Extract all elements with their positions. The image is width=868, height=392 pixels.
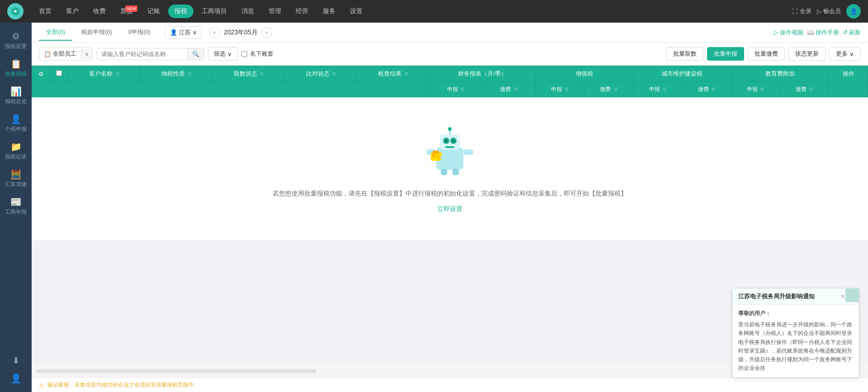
tab-all-count: (0) xyxy=(58,29,65,35)
nav-business[interactable]: 工商项目 xyxy=(195,5,233,18)
svg-point-16 xyxy=(439,153,443,156)
notification-corner-decoration xyxy=(845,288,859,302)
batch-pay-button[interactable]: 批量缴费 xyxy=(748,47,785,61)
member-btn[interactable]: ▷ 畅会员 xyxy=(817,7,841,15)
toolbar: 📋 全部员工 ∨ 🔍 筛选 ∨ 名下账套 批量取数 批量申报 批量缴费 xyxy=(32,43,868,66)
svg-point-5 xyxy=(445,139,448,142)
top-navigation: 首页 客户 收费 票据 NEW 记账 报税 工商项目 消息 管理 经营 服务 设… xyxy=(0,0,868,23)
operation-manual-btn[interactable]: 📖 操作手册 xyxy=(807,29,839,37)
settings-header[interactable]: ⚙ xyxy=(32,66,50,82)
nav-service[interactable]: 服务 xyxy=(316,5,342,18)
batch-fetch-button[interactable]: 批量取数 xyxy=(666,47,703,61)
notification-content: 受当前电子税务局进一步升级的影响，同一个政务网账号（办税人）名下的企业不能再同时… xyxy=(738,320,853,373)
province-selector[interactable]: 👤 江苏 ∨ xyxy=(165,26,202,39)
urban-declare-sort-icon[interactable]: ▽ xyxy=(663,87,666,92)
vat-declare-header: 申报 ▽ xyxy=(535,82,584,97)
nav-operation[interactable]: 经营 xyxy=(289,5,315,18)
sidebar-item-batch-tax[interactable]: 📋 批量报税 xyxy=(0,55,32,82)
sidebar-item-annual-report[interactable]: 📰 工商年报 xyxy=(0,193,32,220)
sidebar-label-settlement: 汇算清缴 xyxy=(5,181,27,188)
sidebar-label-tax-records: 报税记录 xyxy=(5,153,27,161)
nav-invoice[interactable]: 票据 NEW xyxy=(114,5,139,18)
sidebar-item-tax-summary[interactable]: 📊 报税总览 xyxy=(0,82,32,110)
nav-accounting[interactable]: 记账 xyxy=(141,5,166,18)
edu-pay-sort-icon[interactable]: ▽ xyxy=(810,87,813,92)
more-button[interactable]: 更多 ∨ xyxy=(829,47,861,61)
compare-status-sort-icon[interactable]: ▽ xyxy=(332,72,336,76)
financial-declare-header: 申报 ▽ xyxy=(429,82,482,97)
sidebar: ⚙ 报税设置 📋 批量报税 📊 报税总览 👤 个税申报 📁 报税记录 🧮 汇算清… xyxy=(0,23,32,392)
prev-month-button[interactable]: ‹ xyxy=(209,27,220,38)
next-month-button[interactable]: › xyxy=(261,27,272,38)
svg-rect-11 xyxy=(463,149,473,155)
bottom-bar: ⚠ 验证账密、采集信息均成功的企业才会流转至批量报税页面中 xyxy=(32,378,868,392)
app-logo[interactable] xyxy=(7,3,24,19)
nav-management[interactable]: 管理 xyxy=(262,5,288,18)
fetch-status-header: 取数状态 ▽ xyxy=(212,66,285,82)
batch-declare-button[interactable]: 批量申报 xyxy=(707,47,744,61)
sidebar-item-user-setting[interactable]: 👤 xyxy=(0,369,32,387)
province-label: 江苏 xyxy=(179,29,191,37)
sidebar-item-download[interactable]: ⬇ xyxy=(0,351,32,369)
tab-bar: 全部(0) 税款申报(0) 0申报(0) 👤 江苏 ∨ ‹ 2023年05月 › xyxy=(32,23,868,43)
horizontal-scrollbar[interactable] xyxy=(36,369,316,373)
vat-declare-sort-icon[interactable]: ▽ xyxy=(565,87,569,92)
nav-home[interactable]: 首页 xyxy=(33,5,58,18)
financial-declare-sort-icon[interactable]: ▽ xyxy=(461,87,464,92)
operation-video-btn[interactable]: ▷ 操作视频 xyxy=(774,29,803,37)
refresh-btn[interactable]: ↺ 刷新 xyxy=(843,29,861,37)
sidebar-item-personal-tax[interactable]: 👤 个税申报 xyxy=(0,110,32,138)
empty-sub-header xyxy=(32,82,429,97)
sidebar-item-tax-settings[interactable]: ⚙ 报税设置 xyxy=(0,27,32,55)
fetch-status-sort-icon[interactable]: ▽ xyxy=(260,72,264,76)
svg-rect-9 xyxy=(445,146,454,148)
svg-point-8 xyxy=(448,127,452,131)
month-display: 2023年05月 xyxy=(224,29,258,37)
setup-link[interactable]: 立即设置 xyxy=(437,205,462,213)
employee-filter-arrow[interactable]: ∨ xyxy=(81,49,92,59)
search-button[interactable]: 🔍 xyxy=(187,48,204,60)
sidebar-item-settlement[interactable]: 🧮 汇算清缴 xyxy=(0,165,32,193)
nav-collection[interactable]: 收费 xyxy=(87,5,112,18)
sidebar-label-personal-tax: 个税申报 xyxy=(5,125,27,133)
employee-filter-label[interactable]: 📋 全部员工 xyxy=(39,48,81,60)
tab-all[interactable]: 全部(0) xyxy=(39,24,72,41)
urban-pay-sort-icon[interactable]: ▽ xyxy=(712,87,715,92)
vat-pay-sort-icon[interactable]: ▽ xyxy=(614,87,618,92)
nav-settings[interactable]: 设置 xyxy=(344,5,369,18)
search-input[interactable] xyxy=(97,48,187,60)
checkbox-label[interactable]: 名下账套 xyxy=(241,50,274,58)
operation-header: 操作 xyxy=(829,66,868,82)
employee-filter[interactable]: 📋 全部员工 ∨ xyxy=(39,47,93,61)
sidebar-label-annual-report: 工商年报 xyxy=(5,208,27,216)
compare-status-header: 比对状态 ▽ xyxy=(285,66,357,82)
video-icon: ▷ xyxy=(774,29,778,36)
province-icon: 👤 xyxy=(170,29,177,36)
month-navigation: ‹ 2023年05月 › xyxy=(209,27,272,38)
fullscreen-btn[interactable]: ⛶ 全屏 xyxy=(792,7,811,15)
nav-message[interactable]: 消息 xyxy=(235,5,260,18)
urban-pay-header: 缴费 ▽ xyxy=(682,82,731,97)
check-result-header: 检查结果 ▽ xyxy=(357,66,429,82)
nav-tax[interactable]: 报税 xyxy=(168,5,193,18)
empty-operation-sub-header xyxy=(829,82,868,97)
accounts-checkbox[interactable] xyxy=(241,51,247,57)
select-all-checkbox[interactable] xyxy=(56,70,62,76)
user-avatar[interactable]: 👤 xyxy=(846,4,861,19)
tab-zero-declaration[interactable]: 0申报(0) xyxy=(121,24,158,41)
financial-pay-sort-icon[interactable]: ▽ xyxy=(514,87,518,92)
tax-nature-sort-icon[interactable]: ▽ xyxy=(188,72,192,76)
client-name-sort-icon[interactable]: ▽ xyxy=(116,72,119,76)
more-chevron-icon: ∨ xyxy=(849,51,854,57)
nav-customer[interactable]: 客户 xyxy=(60,5,85,18)
personal-tax-icon: 👤 xyxy=(10,115,22,124)
tab-tax-declaration[interactable]: 税款申报(0) xyxy=(74,24,119,41)
notification-header: 江苏电子税务局升级影响通知 × ∧ xyxy=(733,289,859,305)
edu-declare-sort-icon[interactable]: ▽ xyxy=(760,87,764,92)
check-result-sort-icon[interactable]: ▽ xyxy=(405,72,408,76)
status-update-button[interactable]: 状态更新 xyxy=(788,47,826,61)
notification-close-button[interactable]: × xyxy=(841,293,845,300)
province-chevron-icon: ∨ xyxy=(193,29,197,36)
sidebar-item-tax-records[interactable]: 📁 报税记录 xyxy=(0,138,32,165)
filter-button[interactable]: 筛选 ∨ xyxy=(208,47,238,61)
